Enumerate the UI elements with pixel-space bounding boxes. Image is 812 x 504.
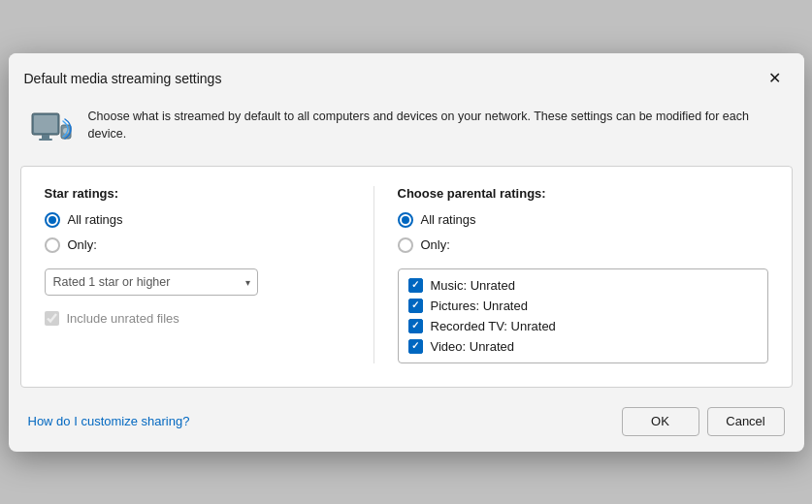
header-section: Choose what is streamed by default to al… bbox=[9, 100, 804, 166]
star-ratings-section: Star ratings: All ratings Only: Rated 1 bbox=[45, 186, 374, 363]
star-rating-dropdown-wrapper: Rated 1 star or higher Rated 2 stars or … bbox=[45, 268, 350, 296]
parental-all-ratings-option[interactable]: All ratings bbox=[398, 212, 768, 228]
svg-rect-1 bbox=[34, 115, 57, 133]
help-link[interactable]: How do I customize sharing? bbox=[28, 414, 190, 428]
dialog-title: Default media streaming settings bbox=[24, 71, 222, 86]
parental-only-radio bbox=[398, 237, 413, 253]
parental-item-checkbox-0 bbox=[408, 278, 423, 293]
star-only-label: Only: bbox=[68, 237, 97, 252]
star-only-option[interactable]: Only: bbox=[45, 237, 350, 253]
parental-all-ratings-radio bbox=[398, 212, 413, 228]
star-all-ratings-option[interactable]: All ratings bbox=[45, 212, 350, 228]
include-unrated-checkbox[interactable] bbox=[45, 311, 59, 326]
parental-item-label-3: Video: Unrated bbox=[431, 339, 515, 354]
dialog: Default media streaming settings ✕ Choos… bbox=[9, 53, 804, 452]
header-description: Choose what is streamed by default to al… bbox=[88, 104, 785, 144]
svg-rect-2 bbox=[42, 135, 49, 139]
close-button[interactable]: ✕ bbox=[762, 65, 789, 92]
star-rating-dropdown-container: Rated 1 star or higher Rated 2 stars or … bbox=[45, 268, 258, 296]
ok-button[interactable]: OK bbox=[622, 407, 699, 436]
cancel-button[interactable]: Cancel bbox=[707, 407, 785, 436]
parental-item-label-0: Music: Unrated bbox=[431, 278, 515, 293]
parental-item-checkbox-1 bbox=[408, 299, 423, 313]
two-column-layout: Star ratings: All ratings Only: Rated 1 bbox=[45, 186, 768, 363]
list-item[interactable]: Music: Unrated bbox=[406, 275, 760, 296]
list-item[interactable]: Pictures: Unrated bbox=[406, 296, 760, 316]
include-unrated-label: Include unrated files bbox=[67, 311, 179, 326]
include-unrated-wrapper: Include unrated files bbox=[45, 311, 350, 326]
title-bar: Default media streaming settings ✕ bbox=[9, 53, 804, 100]
parental-ratings-section: Choose parental ratings: All ratings Onl… bbox=[374, 186, 768, 363]
parental-item-label-1: Pictures: Unrated bbox=[431, 299, 528, 313]
media-streaming-icon bbox=[28, 106, 75, 152]
parental-item-checkbox-2 bbox=[408, 319, 423, 333]
parental-items-list: Music: Unrated Pictures: Unrated Recorde… bbox=[398, 268, 768, 363]
parental-ratings-radio-group: All ratings Only: bbox=[398, 212, 768, 253]
star-all-ratings-radio bbox=[45, 212, 60, 228]
parental-only-label: Only: bbox=[421, 237, 450, 252]
star-rating-dropdown[interactable]: Rated 1 star or higher Rated 2 stars or … bbox=[45, 268, 258, 296]
parental-only-option[interactable]: Only: bbox=[398, 237, 768, 253]
footer: How do I customize sharing? OK Cancel bbox=[9, 399, 804, 452]
main-content: Star ratings: All ratings Only: Rated 1 bbox=[20, 166, 793, 388]
svg-rect-3 bbox=[39, 139, 52, 141]
footer-buttons: OK Cancel bbox=[622, 407, 785, 436]
parental-all-ratings-label: All ratings bbox=[421, 212, 476, 227]
list-item[interactable]: Video: Unrated bbox=[406, 336, 760, 357]
star-all-ratings-label: All ratings bbox=[68, 212, 123, 227]
star-ratings-label: Star ratings: bbox=[45, 186, 350, 201]
list-item[interactable]: Recorded TV: Unrated bbox=[406, 316, 760, 336]
star-ratings-radio-group: All ratings Only: bbox=[45, 212, 350, 253]
parental-ratings-label: Choose parental ratings: bbox=[398, 186, 768, 201]
star-only-radio bbox=[45, 237, 60, 253]
parental-item-label-2: Recorded TV: Unrated bbox=[431, 319, 556, 333]
parental-item-checkbox-3 bbox=[408, 339, 423, 354]
